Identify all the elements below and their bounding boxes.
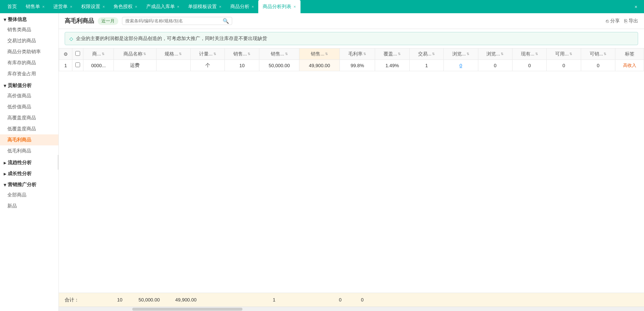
sidebar-item-new-goods[interactable]: 新品 <box>0 200 58 211</box>
col-trade-count[interactable]: 交易... ⇅ <box>409 48 443 60</box>
sidebar-item-all-goods[interactable]: 全部商品 <box>0 189 58 200</box>
nav-template-settings-close[interactable]: × <box>219 0 221 13</box>
nav-product-analysis[interactable]: 商品分析 × <box>226 0 258 13</box>
scroll-thumb[interactable] <box>132 308 242 311</box>
nav-sales-order-close[interactable]: × <box>42 0 44 13</box>
col-current-stock-sort: 现有... ⇅ <box>521 51 538 57</box>
nav-product-analysis-label: 商品分析 <box>230 0 249 13</box>
col-gross-margin[interactable]: 毛利率 ⇅ <box>339 48 375 60</box>
nav-product-inbound[interactable]: 产成品入库单 × <box>142 0 184 13</box>
sort-icon-coverage: ⇅ <box>398 52 401 56</box>
horizontal-scrollbar[interactable] <box>59 307 644 311</box>
search-box[interactable]: 🔍 <box>122 17 232 25</box>
settings-icon[interactable]: ⚙ <box>64 51 68 57</box>
search-icon[interactable]: 🔍 <box>223 18 229 24</box>
nav-permission-settings[interactable]: 权限设置 × <box>77 0 109 13</box>
sidebar-group-contribution[interactable]: ▾ 贡献值分析 <box>0 79 58 90</box>
nav-role-auth[interactable]: 角色授权 × <box>109 0 141 13</box>
col-sales-amount-sort: 销售... ⇅ <box>271 51 288 57</box>
nav-product-analysis-list[interactable]: 商品分析列表 × <box>258 0 300 13</box>
col-view1[interactable]: 浏览... ⇅ <box>444 48 478 60</box>
sidebar-group-growth-label: 成长性分析 <box>8 170 32 177</box>
cell-checkbox[interactable] <box>72 60 83 71</box>
export-button[interactable]: ⎘ 导出 <box>624 18 638 24</box>
col-sales-profit[interactable]: 销售... ⇅ <box>299 48 340 60</box>
col-spec-sort: 规格... ⇅ <box>165 51 182 57</box>
nav-template-settings[interactable]: 单据模板设置 × <box>184 0 226 13</box>
nav-permission-settings-close[interactable]: × <box>102 0 105 13</box>
chevron-down-icon-2: ▾ <box>4 83 6 88</box>
sidebar-item-low-coverage[interactable]: 低覆盖度商品 <box>0 123 58 134</box>
sort-icon-current-stock: ⇅ <box>535 52 538 56</box>
sidebar-item-traded-goods[interactable]: 交易过的商品 <box>0 35 58 46</box>
sidebar-collapse-button[interactable]: 《 <box>58 155 59 170</box>
col-saleable-stock[interactable]: 可销... ⇅ <box>581 48 615 60</box>
cell-sales-qty: 10 <box>225 60 259 71</box>
col-available-stock-sort: 可用... ⇅ <box>555 51 572 57</box>
sidebar-item-category-rate[interactable]: 商品分类助销率 <box>0 46 58 57</box>
sidebar-group-overall[interactable]: ▾ 整体信息 <box>0 13 58 24</box>
col-sales-amount[interactable]: 销售... ⇅ <box>259 48 299 60</box>
nav-product-analysis-close[interactable]: × <box>252 0 254 13</box>
data-table: ⚙ 商... ⇅ 商品名称 <box>59 48 644 71</box>
content-area: 高毛利商品 近一月 🔍 ⎋ 分享 ⎘ 导出 ◇ 企业的主要的利润都是这部分商品创… <box>59 13 644 311</box>
main-layout: 《 ▾ 整体信息 销售类商品 交易过的商品 商品分类助销率 有库存的商品 库存资… <box>0 13 644 311</box>
nav-role-auth-label: 角色授权 <box>114 0 133 13</box>
col-unit[interactable]: 计量... ⇅ <box>191 48 225 60</box>
sidebar-group-marketing[interactable]: ▾ 营销推广分析 <box>0 178 58 189</box>
export-icon: ⎘ <box>624 18 627 24</box>
info-text: 企业的主要的利润都是这部分商品创造的，可考虑加大推广，同时关注库存是不要出现缺货 <box>76 35 267 42</box>
sidebar-group-marketing-label: 营销推广分析 <box>8 181 36 188</box>
nav-sales-order[interactable]: 销售单 × <box>21 0 49 13</box>
nav-product-analysis-list-close[interactable]: × <box>294 0 296 13</box>
nav-product-inbound-close[interactable]: × <box>177 0 179 13</box>
filter-tag-month[interactable]: 近一月 <box>98 17 118 25</box>
col-available-stock[interactable]: 可用... ⇅ <box>547 48 581 60</box>
window-close-button[interactable]: × <box>631 1 641 12</box>
sidebar-item-low-margin[interactable]: 低毛利商品 <box>0 145 58 156</box>
sidebar-item-high-coverage[interactable]: 高覆盖度商品 <box>0 112 58 123</box>
col-view2[interactable]: 浏览... ⇅ <box>478 48 512 60</box>
share-label: 分享 <box>610 18 620 24</box>
sidebar-group-contribution-label: 贡献值分析 <box>8 82 32 89</box>
col-checkbox <box>72 48 83 60</box>
footer-total-label: 合计： <box>65 297 109 303</box>
cell-view1[interactable]: 0 <box>444 60 478 71</box>
nav-purchase-order[interactable]: 进货单 × <box>49 0 76 13</box>
sidebar-item-low-value[interactable]: 低价值商品 <box>0 101 58 112</box>
nav-product-inbound-label: 产成品入库单 <box>146 0 175 13</box>
window-close-icon: × <box>634 4 637 10</box>
sidebar-item-in-stock-goods[interactable]: 有库存的商品 <box>0 57 58 68</box>
sidebar-item-high-value[interactable]: 高价值商品 <box>0 90 58 101</box>
sidebar-item-high-margin[interactable]: 高毛利商品 <box>0 134 58 145</box>
share-button[interactable]: ⎋ 分享 <box>606 18 620 24</box>
cell-gross-margin: 99.8% <box>339 60 375 71</box>
cell-saleable-stock: 0 <box>581 60 615 71</box>
col-saleable-stock-sort: 可销... ⇅ <box>590 51 607 57</box>
nav-purchase-order-close[interactable]: × <box>70 0 72 13</box>
chevron-down-icon: ▾ <box>4 17 6 22</box>
footer-cell-empty3 <box>285 297 307 303</box>
table-container[interactable]: ⚙ 商... ⇅ 商品名称 <box>59 48 644 293</box>
col-coverage[interactable]: 覆盖... ⇅ <box>375 48 409 60</box>
row-checkbox[interactable] <box>75 62 80 67</box>
sidebar-item-stock-capital[interactable]: 库存资金占用 <box>0 68 58 79</box>
col-gross-margin-sort: 毛利率 ⇅ <box>348 51 366 57</box>
nav-home[interactable]: 首页 <box>3 0 21 13</box>
col-sales-qty[interactable]: 销售... ⇅ <box>225 48 259 60</box>
sidebar-item-sales-goods[interactable]: 销售类商品 <box>0 24 58 35</box>
sort-icon-unit: ⇅ <box>213 52 216 56</box>
sidebar-group-trend[interactable]: ▸ 流趋性分析 <box>0 156 58 167</box>
col-current-stock[interactable]: 现有... ⇅ <box>512 48 547 60</box>
sidebar-group-growth[interactable]: ▸ 成长性分析 <box>0 167 58 178</box>
col-name[interactable]: 商品名称 ⇅ <box>114 48 156 60</box>
col-coverage-sort: 覆盖... ⇅ <box>384 51 401 57</box>
chevron-right-icon-2: ▸ <box>4 171 6 177</box>
cell-spec <box>156 60 190 71</box>
col-code[interactable]: 商... ⇅ <box>83 48 114 60</box>
select-all-checkbox[interactable] <box>75 51 80 56</box>
search-input[interactable] <box>125 18 221 23</box>
nav-template-settings-label: 单据模板设置 <box>188 0 217 13</box>
nav-role-auth-close[interactable]: × <box>135 0 137 13</box>
col-spec[interactable]: 规格... ⇅ <box>156 48 190 60</box>
